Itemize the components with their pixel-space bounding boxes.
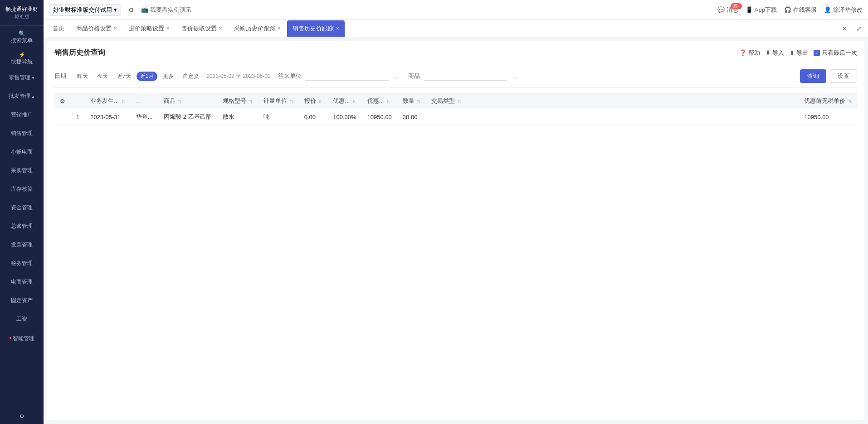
td-transaction-type	[426, 109, 467, 125]
settings-button[interactable]: 设置	[830, 69, 857, 83]
td-quantity: 30.00	[397, 109, 426, 125]
sidebar-settings-icon[interactable]: ⚙	[0, 409, 44, 424]
sidebar-item-quick-nav[interactable]: ⚡ 快捷导航	[0, 49, 44, 68]
sidebar-item-sales[interactable]: 销售管理	[0, 124, 44, 143]
tab-product-price[interactable]: 商品价格设置 ✕	[71, 20, 122, 37]
topbar-settings-icon[interactable]: ⚙	[125, 4, 137, 16]
export-button[interactable]: ⬆ 导出	[790, 49, 808, 57]
tab-purchase-strategy-close[interactable]: ✕	[166, 26, 170, 31]
page-header: 销售历史价查询 ❓ 帮助 ⬇ 导入 ⬆ 导出 ✓	[54, 48, 857, 58]
sidebar-item-retail[interactable]: 零售管理	[0, 68, 44, 87]
filter-row: 日期 昨天 今天 近7天 近1月 更多 自定义 2023-05-02 至 202…	[54, 65, 857, 88]
tab-sales-history-label: 销售历史价跟踪	[293, 24, 334, 33]
module-selector[interactable]: 好业财标准版交付试用 ▾	[49, 4, 121, 16]
date-range-text: 2023-05-02 至 2023-06-02	[206, 72, 270, 80]
table-body: 1 2023-05-31 华查... 丙烯酸-2-乙基己酯 散水 吨 0.00 …	[54, 109, 857, 125]
page-content: 销售历史价查询 ❓ 帮助 ⬇ 导入 ⬆ 导出 ✓	[44, 37, 868, 424]
tab-purchase-strategy-label: 进价策略设置	[129, 24, 164, 33]
import-icon: ⬇	[766, 49, 770, 56]
window-maximize-button[interactable]: ⤢	[853, 23, 864, 34]
window-close-button[interactable]: ✕	[839, 23, 850, 34]
sidebar-item-search[interactable]: 🔍 搜索菜单	[0, 26, 44, 49]
td-company: 华查...	[131, 109, 158, 125]
th-discount2[interactable]: 优惠... ⇅	[362, 93, 397, 109]
date-btn-today[interactable]: 今天	[93, 72, 112, 81]
tab-home-label: 首页	[53, 24, 64, 33]
sidebar-item-ecommerce-small[interactable]: 小畅电商	[0, 143, 44, 161]
td-index: 1	[71, 109, 85, 125]
main-area: 好业财标准版交付试用 ▾ ⚙ 📺 我要看实例演示 💬 消息 99+ 📱 App下…	[44, 0, 868, 424]
help-button[interactable]: ❓ 帮助	[739, 49, 760, 57]
demo-icon: 📺	[141, 6, 148, 13]
tab-purchase-history[interactable]: 采购历史价跟踪 ✕	[229, 20, 286, 37]
phone-icon: 📱	[746, 6, 753, 13]
message-button[interactable]: 💬 消息 99+	[717, 6, 738, 14]
date-range-buttons: 昨天 今天 近7天 近1月 更多 自定义 2023-05-02 至 2023-0…	[73, 72, 271, 81]
date-btn-7days[interactable]: 近7天	[113, 72, 135, 81]
sidebar-item-inventory[interactable]: 库存核算	[0, 180, 44, 198]
td-spacer	[467, 109, 799, 125]
date-btn-more[interactable]: 更多	[159, 72, 177, 81]
date-btn-custom[interactable]: 自定义	[179, 72, 203, 81]
tab-purchase-history-close[interactable]: ✕	[277, 26, 281, 31]
td-pretax-price: 10950.00	[799, 109, 857, 125]
td-discount1: 100.00%	[327, 109, 361, 125]
th-gear[interactable]: ⚙	[54, 93, 71, 109]
user-name: 徐泽华修改	[833, 6, 863, 14]
demo-link[interactable]: 📺 我要看实例演示	[141, 6, 191, 14]
message-badge: 99+	[731, 3, 742, 9]
sidebar-item-ecommerce[interactable]: 电商管理	[0, 273, 44, 291]
sidebar-item-assets[interactable]: 固定资产	[0, 291, 44, 310]
th-pretax-price[interactable]: 优惠前无税单价 ⇅	[799, 93, 857, 109]
date-btn-1month[interactable]: 近1月	[137, 72, 158, 81]
sidebar-item-wholesale[interactable]: 批发管理	[0, 87, 44, 106]
product-label: 商品	[408, 72, 420, 80]
table-header-row: ⚙ 业务发生... ⇅ ... 商品 ⇅ 规格型号 ⇅ 计量单位 ⇅ 报价 ⇅ …	[54, 93, 857, 109]
sidebar-item-intelligence[interactable]: •智能管理	[0, 328, 44, 348]
th-discount1[interactable]: 优惠... ⇅	[327, 93, 361, 109]
th-transaction-type[interactable]: 交易类型 ⇅	[426, 93, 467, 109]
date-btn-yesterday[interactable]: 昨天	[73, 72, 92, 81]
th-business-date[interactable]: 业务发生... ⇅	[85, 93, 130, 109]
app-download-button[interactable]: 📱 App下载	[746, 6, 777, 14]
tab-purchase-strategy[interactable]: 进价策略设置 ✕	[123, 20, 175, 37]
sidebar-item-invoice[interactable]: 发票管理	[0, 236, 44, 254]
query-button[interactable]: 查询	[800, 69, 826, 83]
sidebar-item-purchase[interactable]: 采购管理	[0, 161, 44, 180]
tab-bar: 首页 商品价格设置 ✕ 进价策略设置 ✕ 售价提取设置 ✕ 采购历史价跟踪 ✕ …	[44, 20, 868, 37]
data-table: ⚙ 业务发生... ⇅ ... 商品 ⇅ 规格型号 ⇅ 计量单位 ⇅ 报价 ⇅ …	[54, 93, 857, 125]
message-icon: 💬	[717, 6, 725, 13]
source-unit-input[interactable]	[305, 72, 389, 81]
th-quantity[interactable]: 数量 ⇅	[397, 93, 426, 109]
tab-sales-history[interactable]: 销售历史价跟踪 ✕	[287, 20, 345, 37]
td-discount2: 10950.00	[362, 109, 397, 125]
sidebar-item-ledger[interactable]: 总账管理	[0, 217, 44, 236]
sidebar-item-tax[interactable]: 税务管理	[0, 254, 44, 273]
import-button[interactable]: ⬇ 导入	[766, 49, 784, 57]
sidebar-item-marketing[interactable]: 营销推广	[0, 106, 44, 124]
th-spec[interactable]: 规格型号 ⇅	[217, 93, 258, 109]
tab-sales-history-close[interactable]: ✕	[336, 26, 339, 31]
source-unit-dots[interactable]: ...	[392, 72, 401, 81]
online-service-label: 在线客服	[793, 6, 817, 14]
help-icon: ❓	[739, 49, 746, 56]
tab-sale-price-extract[interactable]: 售价提取设置 ✕	[176, 20, 228, 37]
th-unit[interactable]: 计量单位 ⇅	[258, 93, 299, 109]
th-more[interactable]: ...	[131, 93, 158, 109]
user-menu[interactable]: 👤 徐泽华修改	[824, 6, 863, 14]
checkbox-checked-icon: ✓	[814, 50, 820, 56]
demo-label: 我要看实例演示	[150, 6, 191, 14]
td-business-date: 2023-05-31	[85, 109, 130, 125]
online-service-button[interactable]: 🎧 在线客服	[784, 6, 817, 14]
tab-product-price-close[interactable]: ✕	[113, 26, 117, 31]
tab-sale-price-extract-close[interactable]: ✕	[219, 26, 222, 31]
product-dots[interactable]: ...	[511, 72, 520, 81]
tab-home[interactable]: 首页	[47, 20, 70, 37]
sidebar-item-payroll[interactable]: 工资	[0, 310, 44, 328]
sidebar-item-finance[interactable]: 资金管理	[0, 198, 44, 217]
th-price[interactable]: 报价 ⇅	[299, 93, 328, 109]
only-last-checkbox[interactable]: ✓ 只看最后一次	[814, 49, 857, 57]
product-input[interactable]	[424, 72, 507, 81]
th-product[interactable]: 商品 ⇅	[158, 93, 218, 109]
table-container: ⚙ 业务发生... ⇅ ... 商品 ⇅ 规格型号 ⇅ 计量单位 ⇅ 报价 ⇅ …	[54, 93, 857, 413]
